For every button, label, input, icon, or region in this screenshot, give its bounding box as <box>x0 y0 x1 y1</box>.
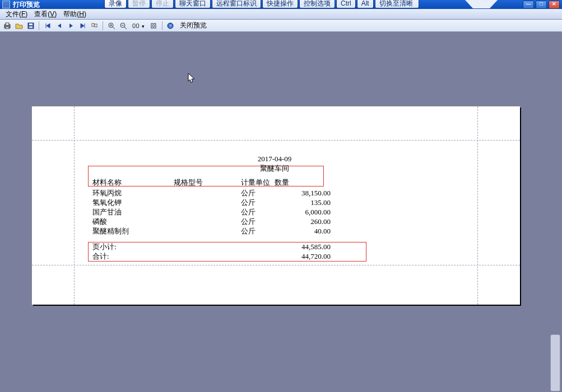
svg-rect-4 <box>29 24 32 25</box>
hdr-unit: 计量单位 <box>241 178 275 187</box>
tool-save-icon[interactable] <box>26 21 35 30</box>
svg-rect-6 <box>92 24 94 26</box>
guide-top <box>32 140 520 141</box>
remote-tab-chat[interactable]: 聊天窗口 <box>175 0 211 8</box>
vertical-scrollbar[interactable] <box>550 334 560 391</box>
tool-zoom-out-icon[interactable] <box>118 21 128 30</box>
remote-tab-switch-quality[interactable]: 切换至清晰 <box>375 0 419 8</box>
remote-tab-ctrl[interactable]: Ctrl <box>336 0 356 8</box>
cell-unit: 公斤 <box>241 226 275 236</box>
remote-control-tabs: 录像 暂停 停止 聊天窗口 远程窗口标识 快捷操作 控制选项 Ctrl Alt … <box>104 0 420 8</box>
preview-workspace: 2017-04-09 聚醚车间 材料名称 规格型号 计量单位 数量 环氧丙烷公斤… <box>0 32 562 392</box>
table-row: 国产甘油公斤6,000.00 <box>92 207 457 217</box>
svg-text:?: ? <box>169 24 172 29</box>
tool-multi-page-icon[interactable] <box>90 21 99 30</box>
tool-last-page-icon[interactable] <box>78 21 87 30</box>
menu-file[interactable]: 文件(F) <box>2 9 31 20</box>
tool-sep-3 <box>162 21 162 30</box>
tool-close-preview[interactable]: 关闭预览 <box>178 21 209 30</box>
cell-spec <box>174 188 241 198</box>
cell-name: 氢氧化钾 <box>92 198 174 207</box>
cell-name: 国产甘油 <box>92 207 174 217</box>
report-subtotal-row: 页小计: 44,585.00 <box>92 242 457 251</box>
zoom-value-label: 00 <box>132 22 140 29</box>
remote-tab-tail <box>465 0 498 8</box>
cell-spec <box>174 198 241 207</box>
hdr-name: 材料名称 <box>92 178 174 187</box>
hdr-qty: 数量 <box>275 178 331 187</box>
remote-tab-control[interactable]: 控制选项 <box>299 0 335 8</box>
cell-spec <box>174 207 241 217</box>
tool-zoom-value[interactable]: 00 ▾ <box>130 22 147 30</box>
menu-view-accel: V <box>50 10 54 18</box>
svg-rect-2 <box>6 27 9 29</box>
menu-view[interactable]: 查看(V) <box>31 9 60 20</box>
app-icon <box>2 1 10 8</box>
svg-rect-15 <box>151 24 156 28</box>
table-row: 环氧丙烷公斤38,150.00 <box>92 188 457 198</box>
menu-help-accel: H <box>79 10 84 18</box>
tool-print-icon[interactable] <box>2 21 12 30</box>
report-workshop: 聚醚车间 <box>92 164 457 174</box>
tool-open-icon[interactable] <box>14 21 24 30</box>
cell-unit: 公斤 <box>241 188 275 198</box>
total-label: 合计: <box>92 251 174 261</box>
menu-bar: 文件(F) 查看(V) 帮助(H) <box>0 9 562 20</box>
close-window-button[interactable]: ✕ <box>549 1 560 9</box>
remote-tab-record[interactable]: 录像 <box>104 0 127 8</box>
subtotal-value: 44,585.00 <box>275 242 331 251</box>
window-title: 打印预览 <box>13 0 40 10</box>
tool-first-page-icon[interactable] <box>43 21 52 30</box>
cell-unit: 公斤 <box>241 198 275 207</box>
svg-line-13 <box>124 27 127 29</box>
remote-tab-quick[interactable]: 快捷操作 <box>262 0 298 8</box>
remote-tab-pause[interactable]: 暂停 <box>128 0 150 8</box>
tool-fit-page-icon[interactable] <box>149 21 159 30</box>
cell-qty: 38,150.00 <box>275 188 331 198</box>
total-value: 44,720.00 <box>275 251 331 261</box>
guide-bottom <box>32 265 520 265</box>
menu-help[interactable]: 帮助(H) <box>60 9 90 20</box>
subtotal-label: 页小计: <box>92 242 174 251</box>
cell-qty: 135.00 <box>275 198 331 207</box>
svg-rect-5 <box>29 26 32 28</box>
minimize-button[interactable]: — <box>523 1 534 9</box>
report-total-row: 合计: 44,720.00 <box>92 251 457 261</box>
report-header-row: 材料名称 规格型号 计量单位 数量 <box>92 178 457 187</box>
menu-file-accel: F <box>21 10 25 18</box>
guide-right <box>477 106 478 305</box>
preview-page: 2017-04-09 聚醚车间 材料名称 规格型号 计量单位 数量 环氧丙烷公斤… <box>32 106 520 305</box>
cell-unit: 公斤 <box>241 217 275 226</box>
table-row: 氢氧化钾公斤135.00 <box>92 198 457 207</box>
report-date: 2017-04-09 <box>92 155 457 164</box>
svg-point-16 <box>152 25 155 27</box>
tool-sep-2 <box>103 21 103 30</box>
cell-spec <box>174 217 241 226</box>
table-row: 磷酸公斤260.00 <box>92 217 457 226</box>
tool-next-page-icon[interactable] <box>66 21 76 30</box>
cell-name: 磷酸 <box>92 217 174 226</box>
remote-tab-id[interactable]: 远程窗口标识 <box>212 0 261 8</box>
tool-zoom-in-icon[interactable] <box>106 21 116 30</box>
toolbar: 00 ▾ ? 关闭预览 <box>0 20 562 32</box>
cell-name: 聚醚精制剂 <box>92 226 174 236</box>
svg-rect-1 <box>6 23 9 25</box>
menu-file-label: 文件 <box>6 10 19 18</box>
tool-sep-1 <box>39 21 39 30</box>
dropdown-arrow-icon: ▾ <box>142 24 145 29</box>
tool-prev-page-icon[interactable] <box>54 21 64 30</box>
cell-qty: 260.00 <box>275 217 331 226</box>
cell-qty: 40.00 <box>275 226 331 236</box>
menu-help-label: 帮助 <box>63 10 77 18</box>
svg-line-9 <box>113 27 115 29</box>
hdr-spec: 规格型号 <box>174 178 241 187</box>
remote-tab-stop[interactable]: 停止 <box>151 0 174 8</box>
tool-help-icon[interactable]: ? <box>166 21 175 30</box>
cell-spec <box>174 226 241 236</box>
table-row: 聚醚精制剂公斤40.00 <box>92 226 457 236</box>
remote-tab-alt[interactable]: Alt <box>357 0 374 8</box>
cell-qty: 6,000.00 <box>275 207 331 217</box>
guide-left <box>74 106 75 305</box>
svg-rect-7 <box>95 24 97 27</box>
maximize-button[interactable]: □ <box>536 1 547 9</box>
